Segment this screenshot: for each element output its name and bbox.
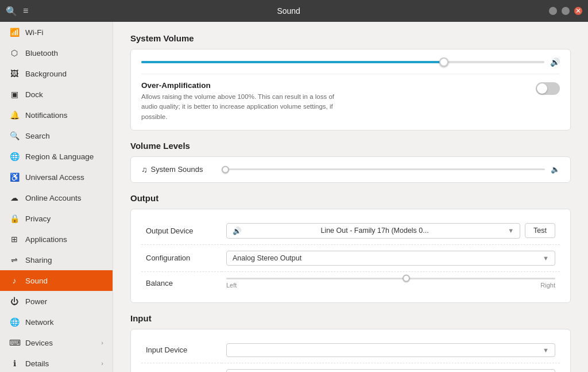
sidebar-item-background[interactable]: 🖼 Background <box>0 63 113 84</box>
balance-slider[interactable] <box>226 278 555 279</box>
output-balance-cell: Left Right <box>222 271 560 294</box>
sidebar-item-sharing[interactable]: ⇌ Sharing <box>0 250 113 270</box>
output-config-value: Analog Stereo Output <box>233 254 301 262</box>
output-device-select-row: 🔊 Line Out - Family 17h (Models 0... ▼ T… <box>226 223 555 239</box>
output-config-select[interactable]: Analog Stereo Output ▼ <box>226 251 555 266</box>
input-config-select[interactable]: ▼ <box>226 369 555 372</box>
over-amplification-text: Over-Amplification Allows raising the vo… <box>141 81 336 122</box>
sidebar-label-power: Power <box>25 297 47 306</box>
over-amplification-description: Allows raising the volume above 100%. Th… <box>141 92 336 122</box>
bluetooth-icon: ⬡ <box>9 48 20 57</box>
privacy-icon: 🔒 <box>9 214 20 223</box>
system-sounds-thumb[interactable] <box>222 166 229 173</box>
minimize-button[interactable]: – <box>549 7 557 15</box>
input-card: Input Device ▼ Configuration ▼ <box>130 329 571 372</box>
sidebar-item-details[interactable]: ℹ Details › <box>0 353 113 372</box>
system-sounds-label: ♫ System Sounds <box>141 165 216 174</box>
window-title: Sound <box>28 6 549 16</box>
sidebar-item-region[interactable]: 🌐 Region & Language <box>0 146 113 167</box>
notifications-icon: 🔔 <box>9 110 20 120</box>
input-device-arrow: ▼ <box>543 347 549 354</box>
sidebar-label-bluetooth: Bluetooth <box>25 49 58 57</box>
sidebar-label-network: Network <box>25 318 54 327</box>
sidebar-label-universal-access: Universal Access <box>25 173 84 182</box>
applications-icon: ⊞ <box>9 235 20 244</box>
search-sidebar-icon: 🔍 <box>9 131 20 140</box>
region-icon: 🌐 <box>9 152 20 161</box>
sidebar-item-bluetooth[interactable]: ⬡ Bluetooth <box>0 43 113 63</box>
system-sounds-text: System Sounds <box>151 165 203 174</box>
balance-thumb[interactable] <box>403 275 410 282</box>
sidebar-item-notifications[interactable]: 🔔 Notifications <box>0 105 113 125</box>
maximize-button[interactable]: □ <box>562 7 570 15</box>
over-amplification-toggle[interactable] <box>536 82 560 95</box>
input-device-select[interactable]: ▼ <box>226 343 555 357</box>
details-icon: ℹ <box>9 359 20 368</box>
volume-slider-row: 🔊 <box>141 57 560 67</box>
input-device-row: Input Device ▼ <box>141 338 560 363</box>
volume-slider[interactable] <box>141 61 544 63</box>
sidebar-item-devices[interactable]: ⌨ Devices › <box>0 332 113 353</box>
output-config-row: Configuration Analog Stereo Output ▼ <box>141 244 560 271</box>
input-config-row: Configuration ▼ <box>141 363 560 372</box>
output-config-label: Configuration <box>141 244 222 271</box>
output-device-select[interactable]: 🔊 Line Out - Family 17h (Models 0... ▼ <box>226 223 520 239</box>
sidebar-item-search[interactable]: 🔍 Search <box>0 125 113 146</box>
balance-right-label: Right <box>540 282 555 289</box>
devices-icon: ⌨ <box>9 338 20 347</box>
test-button[interactable]: Test <box>525 223 555 238</box>
input-device-label: Input Device <box>141 338 222 363</box>
output-device-cell: 🔊 Line Out - Family 17h (Models 0... ▼ T… <box>222 217 560 245</box>
system-volume-card: 🔊 Over-Amplification Allows raising the … <box>130 49 571 131</box>
sidebar-label-devices: Devices <box>25 339 53 347</box>
sidebar-item-online-accounts[interactable]: ☁ Online Accounts <box>0 187 113 208</box>
balance-labels: Left Right <box>226 282 555 289</box>
output-device-icon: 🔊 <box>233 227 242 235</box>
music-icon: ♫ <box>141 165 148 174</box>
output-card: Output Device 🔊 Line Out - Family 17h (M… <box>130 209 571 303</box>
output-balance-row: Balance Left Right <box>141 271 560 294</box>
titlebar: 🔍 ≡ Sound – □ ✕ <box>0 0 588 22</box>
output-config-arrow: ▼ <box>543 255 549 262</box>
sidebar-label-wifi: Wi-Fi <box>25 28 43 37</box>
output-table: Output Device 🔊 Line Out - Family 17h (M… <box>141 217 560 294</box>
sidebar-item-applications[interactable]: ⊞ Applications <box>0 229 113 250</box>
search-icon[interactable]: 🔍 <box>6 6 17 17</box>
sidebar-item-wifi[interactable]: 📶 Wi-Fi <box>0 22 113 43</box>
menu-icon[interactable]: ≡ <box>23 6 28 16</box>
volume-levels-title: Volume Levels <box>130 141 571 151</box>
sidebar-item-privacy[interactable]: 🔒 Privacy <box>0 208 113 229</box>
sidebar-label-search: Search <box>25 132 50 140</box>
output-config-cell: Analog Stereo Output ▼ <box>222 244 560 271</box>
power-icon: ⏻ <box>9 297 20 306</box>
sidebar-label-privacy: Privacy <box>25 214 51 223</box>
sidebar-label-online-accounts: Online Accounts <box>25 194 82 202</box>
sidebar-item-network[interactable]: 🌐 Network <box>0 312 113 332</box>
sidebar-label-applications: Applications <box>25 235 67 244</box>
sidebar-item-dock[interactable]: ▣ Dock <box>0 84 113 105</box>
details-arrow: › <box>101 360 103 367</box>
volume-speaker-icon: 🔊 <box>550 57 560 67</box>
volume-thumb[interactable] <box>439 57 448 67</box>
sidebar-item-power[interactable]: ⏻ Power <box>0 291 113 312</box>
online-accounts-icon: ☁ <box>9 193 20 202</box>
over-amplification-row: Over-Amplification Allows raising the vo… <box>141 74 560 122</box>
sharing-icon: ⇌ <box>9 255 20 264</box>
over-amplification-label: Over-Amplification <box>141 81 336 90</box>
system-sounds-slider[interactable] <box>222 168 545 170</box>
system-sounds-mute-icon: 🔈 <box>551 165 560 174</box>
sidebar-label-region: Region & Language <box>25 152 94 161</box>
devices-arrow: › <box>101 339 103 346</box>
sidebar-label-details: Details <box>25 359 49 368</box>
input-config-cell: ▼ <box>222 363 560 372</box>
input-config-label: Configuration <box>141 363 222 372</box>
close-button[interactable]: ✕ <box>574 7 582 15</box>
sidebar: 📶 Wi-Fi ⬡ Bluetooth 🖼 Background ▣ Dock … <box>0 22 113 372</box>
sidebar-item-universal-access[interactable]: ♿ Universal Access <box>0 167 113 187</box>
sidebar-item-sound[interactable]: ♪ Sound <box>0 270 113 291</box>
sidebar-label-dock: Dock <box>25 90 43 99</box>
output-title: Output <box>130 193 571 203</box>
toggle-knob <box>537 83 547 94</box>
sidebar-label-sound: Sound <box>25 277 48 285</box>
background-icon: 🖼 <box>9 69 20 78</box>
